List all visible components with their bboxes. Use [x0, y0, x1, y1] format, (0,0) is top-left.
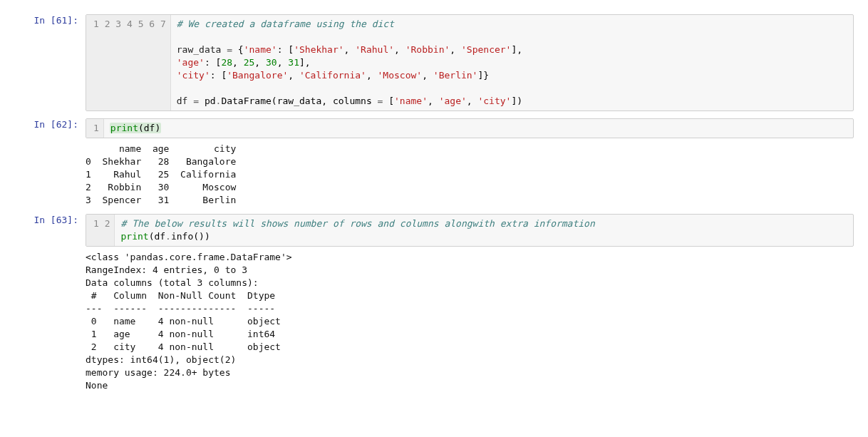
- output-63: <class 'pandas.core.frame.DataFrame'> Ra…: [86, 247, 854, 392]
- code-text-63[interactable]: # The below results will shows number of…: [115, 215, 853, 246]
- cell-body-62: 1 print(df) name age city 0 Shekhar 28 B…: [86, 118, 854, 207]
- prompt-63: In [63]:: [14, 214, 86, 392]
- code-input-63[interactable]: 1 2 # The below results will shows numbe…: [86, 214, 854, 247]
- cell-body-61: 1 2 3 4 5 6 7 # We created a dataframe u…: [86, 14, 854, 111]
- gutter-62: 1: [86, 119, 104, 138]
- cell-body-63: 1 2 # The below results will shows numbe…: [86, 214, 854, 392]
- code-text-62[interactable]: print(df): [104, 119, 853, 138]
- prompt-62: In [62]:: [14, 118, 86, 207]
- gutter-63: 1 2: [86, 215, 115, 246]
- output-62: name age city 0 Shekhar 28 Bangalore 1 R…: [86, 138, 854, 207]
- prompt-61: In [61]:: [14, 14, 86, 111]
- code-input-62[interactable]: 1 print(df): [86, 118, 854, 138]
- cell-61: In [61]: 1 2 3 4 5 6 7 # We created a da…: [14, 14, 854, 111]
- cell-62: In [62]: 1 print(df) name age city 0 She…: [14, 118, 854, 207]
- code-input-61[interactable]: 1 2 3 4 5 6 7 # We created a dataframe u…: [86, 14, 854, 111]
- cell-63: In [63]: 1 2 # The below results will sh…: [14, 214, 854, 392]
- code-text-61[interactable]: # We created a dataframe using the dict …: [171, 15, 853, 110]
- gutter-61: 1 2 3 4 5 6 7: [86, 15, 171, 110]
